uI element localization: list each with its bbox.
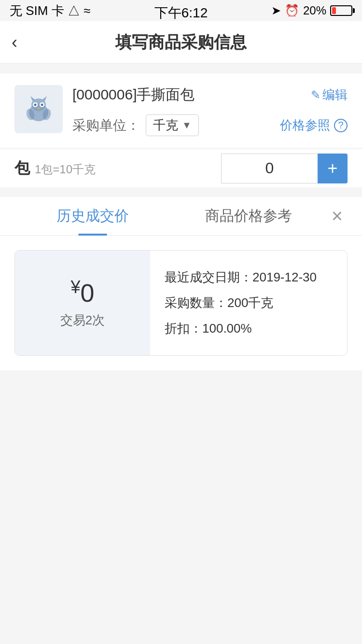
product-thumbnail <box>14 85 63 133</box>
tab-product-price-ref[interactable]: 商品价格参考 <box>170 197 326 236</box>
edit-button[interactable]: ✎ 编辑 <box>311 86 348 103</box>
recent-date-row: 最近成交日期：2019-12-30 <box>165 268 333 287</box>
alarm-icon: ⏰ <box>285 4 299 17</box>
back-button[interactable]: ‹ <box>12 32 17 53</box>
price-amount: ¥0 <box>71 277 95 308</box>
status-left: 无 SIM 卡 △ ≈ <box>10 2 90 19</box>
tab-header: 历史成交价 商品价格参考 × <box>0 197 362 236</box>
qty-plus-button[interactable]: + <box>318 154 348 183</box>
product-title-row: [0000006]手撕面包 ✎ 编辑 <box>72 85 348 105</box>
tab-section: 历史成交价 商品价格参考 × ¥0 交易2次 最近成交日期：2019-12-30… <box>0 197 362 370</box>
battery-percent: 20% <box>303 4 326 17</box>
unit-selector-area: 采购单位： 千克 ▼ <box>72 114 199 136</box>
qty-unit-big: 包 <box>14 158 30 179</box>
unit-dropdown[interactable]: 千克 ▼ <box>146 114 199 136</box>
status-bar: 无 SIM 卡 △ ≈ 下午6:12 ➤ ⏰ 20% <box>0 0 362 21</box>
status-time: 下午6:12 <box>154 4 208 22</box>
price-card-left: ¥0 交易2次 <box>15 251 150 355</box>
quantity-section: 包 1包=10千克 0 + <box>0 149 362 187</box>
qty-unit-sub: 1包=10千克 <box>35 162 96 177</box>
dropdown-arrow-icon: ▼ <box>182 120 192 131</box>
info-icon: ? <box>334 119 348 132</box>
qty-input-area: 0 + <box>221 154 348 183</box>
tab-content: ¥0 交易2次 最近成交日期：2019-12-30 采购数量：200千克 折扣：… <box>0 236 362 370</box>
price-card: ¥0 交易2次 最近成交日期：2019-12-30 采购数量：200千克 折扣：… <box>14 250 348 356</box>
trade-times: 交易2次 <box>60 312 105 329</box>
location-icon: ➤ <box>271 4 281 17</box>
page-title: 填写商品采购信息 <box>115 31 247 54</box>
edit-icon: ✎ <box>311 88 320 102</box>
currency-symbol: ¥ <box>71 277 81 297</box>
purchase-qty-row: 采购数量：200千克 <box>165 294 333 312</box>
battery-icon <box>330 5 352 16</box>
product-info: [0000006]手撕面包 ✎ 编辑 采购单位： 千克 ▼ 价格参照 ? <box>72 85 348 136</box>
tab-close-button[interactable]: × <box>327 205 348 227</box>
price-card-right: 最近成交日期：2019-12-30 采购数量：200千克 折扣：100.00% <box>150 251 347 355</box>
product-header: [0000006]手撕面包 ✎ 编辑 采购单位： 千克 ▼ 价格参照 ? <box>14 85 348 136</box>
status-right: ➤ ⏰ 20% <box>271 4 352 17</box>
purchase-unit-row: 采购单位： 千克 ▼ 价格参照 ? <box>72 114 348 136</box>
product-card: [0000006]手撕面包 ✎ 编辑 采购单位： 千克 ▼ 价格参照 ? <box>0 73 362 148</box>
svg-point-8 <box>41 104 43 106</box>
price-reference-button[interactable]: 价格参照 ? <box>280 117 348 134</box>
tab-history-price[interactable]: 历史成交价 <box>14 197 170 236</box>
product-name: [0000006]手撕面包 <box>72 85 195 105</box>
svg-point-6 <box>34 104 37 106</box>
discount-row: 折扣：100.00% <box>165 319 333 338</box>
qty-input[interactable]: 0 <box>221 154 318 183</box>
page-background <box>0 370 362 644</box>
unit-label: 采购单位： <box>72 116 140 135</box>
nav-bar: ‹ 填写商品采购信息 <box>0 21 362 64</box>
qty-label-area: 包 1包=10千克 <box>14 158 96 179</box>
